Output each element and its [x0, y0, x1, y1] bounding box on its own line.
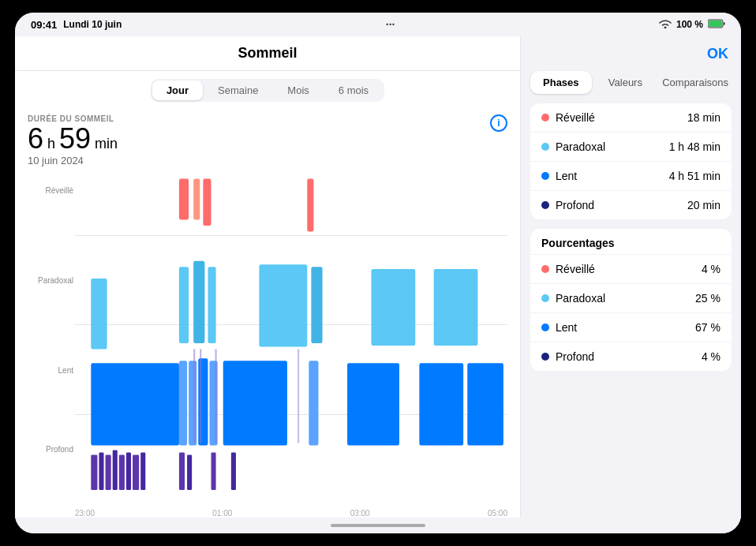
sleep-date: 10 juin 2024	[28, 155, 507, 166]
stat-row-profond: Profond 20 min	[530, 190, 732, 219]
lent-block-6	[223, 361, 287, 445]
lent-block-3	[189, 361, 196, 445]
stat-row-lent: Lent 4 h 51 min	[530, 161, 732, 190]
stat-value-reveille: 18 min	[687, 111, 720, 124]
phases-section: Réveillé 18 min Paradoxal 1 h 48 min Len…	[530, 103, 732, 219]
awake-block-1	[179, 178, 189, 219]
pct-value-profond: 4 %	[702, 350, 720, 363]
ok-button[interactable]: OK	[707, 46, 728, 62]
tab-mois[interactable]: Mois	[273, 80, 323, 100]
lent-block-1	[91, 363, 179, 445]
pct-name-lent: Lent	[556, 321, 695, 334]
tab-semaine[interactable]: Semaine	[204, 80, 272, 100]
sleep-hours: 6	[28, 122, 43, 155]
profond-block-3	[106, 454, 111, 490]
stat-name-paradoxal: Paradoxal	[556, 140, 669, 153]
pct-name-profond: Profond	[556, 350, 702, 363]
paradoxal-block-8	[434, 269, 478, 346]
svg-rect-3	[193, 349, 195, 443]
pct-row-paradoxal: Paradoxal 25 %	[530, 283, 732, 312]
profond-block-11	[211, 452, 216, 490]
svg-rect-6	[298, 349, 299, 443]
home-indicator	[15, 518, 741, 533]
tab-jour[interactable]: Jour	[152, 80, 203, 100]
profond-block-1	[91, 454, 97, 490]
status-time: 09:41	[31, 19, 57, 31]
tab-comparaisons[interactable]: Comparaisons	[659, 71, 732, 94]
stat-name-profond: Profond	[556, 199, 687, 211]
pct-dot-paradoxal	[541, 294, 549, 302]
profond-block-4	[113, 450, 118, 490]
home-bar	[331, 524, 425, 527]
pct-dot-lent	[541, 323, 549, 331]
stage-label-paradoxal: Paradoxal	[28, 276, 73, 285]
tab-6mois[interactable]: 6 mois	[324, 80, 383, 100]
pct-dot-reveille	[541, 265, 549, 273]
awake-block-2	[193, 178, 200, 219]
paradoxal-block-5	[259, 264, 307, 346]
stat-row-reveille: Réveillé 18 min	[530, 103, 732, 132]
stat-name-reveille: Réveillé	[556, 111, 687, 124]
lent-block-4	[198, 358, 208, 445]
time-label-05: 05:00	[488, 509, 507, 518]
lent-block-9	[419, 363, 463, 445]
right-header: OK	[521, 36, 741, 71]
pct-row-lent: Lent 67 %	[530, 312, 732, 342]
battery-percent: 100 %	[676, 19, 703, 30]
app-title-bar: Sommeil	[15, 36, 520, 71]
profond-block-2	[99, 452, 103, 490]
stage-label-lent: Lent	[28, 366, 73, 375]
chart-area: DURÉE DU SOMMEIL 6 h 59 min 10 juin 2024…	[15, 108, 520, 518]
pct-row-profond: Profond 4 %	[530, 342, 732, 371]
pourcentages-section: Pourcentages Réveillé 4 % Paradoxal 25 %…	[530, 229, 732, 371]
wifi-icon	[659, 19, 672, 31]
tab-valeurs[interactable]: Valeurs	[595, 71, 657, 94]
time-label-23: 23:00	[75, 509, 95, 518]
sleep-chart-svg	[75, 173, 507, 502]
paradoxal-block-7	[371, 269, 415, 346]
profond-block-7	[133, 454, 139, 490]
status-right: 100 %	[659, 19, 725, 31]
svg-rect-4	[200, 349, 201, 443]
awake-block-3	[203, 178, 211, 226]
pct-value-reveille: 4 %	[702, 263, 720, 275]
awake-block-4	[307, 178, 313, 231]
period-selector: Jour Semaine Mois 6 mois	[15, 71, 520, 108]
lent-block-2	[179, 361, 187, 445]
paradoxal-block-3	[193, 261, 204, 343]
sleep-minutes: 59	[59, 122, 91, 155]
period-tabs: Jour Semaine Mois 6 mois	[151, 79, 384, 102]
paradoxal-block-6	[311, 267, 322, 343]
sleep-duration-label: DURÉE DU SOMMEIL	[28, 114, 507, 123]
stat-value-lent: 4 h 51 min	[669, 170, 720, 182]
stat-value-profond: 20 min	[687, 199, 720, 211]
lent-block-8	[347, 363, 399, 445]
device-frame: 09:41 Lundi 10 juin ··· 100 % Sommeil	[15, 13, 741, 533]
profond-block-5	[119, 454, 125, 490]
stat-row-paradoxal: Paradoxal 1 h 48 min	[530, 132, 732, 161]
left-panel: Sommeil Jour Semaine Mois 6 mois DURÉE D…	[15, 36, 520, 518]
main-content: Sommeil Jour Semaine Mois 6 mois DURÉE D…	[15, 36, 741, 518]
pct-row-reveille: Réveillé 4 %	[530, 254, 732, 283]
stage-label-profond: Profond	[28, 445, 73, 454]
dot-lent	[541, 172, 549, 180]
time-axis: 23:00 01:00 03:00 05:00	[75, 502, 507, 518]
battery-icon	[708, 19, 725, 31]
stat-name-lent: Lent	[556, 170, 669, 182]
paradoxal-block-1	[91, 279, 107, 349]
time-label-03: 03:00	[350, 509, 370, 518]
svg-rect-2	[709, 21, 722, 27]
sleep-duration-value: 6 h 59 min	[28, 125, 507, 153]
ellipsis-icon: ···	[386, 18, 395, 31]
dot-reveille	[541, 114, 549, 122]
info-icon[interactable]: i	[490, 114, 507, 132]
profond-block-12	[231, 452, 236, 490]
stage-label-reveille: Réveillé	[28, 186, 73, 195]
chart-canvas	[75, 173, 507, 502]
tab-phases[interactable]: Phases	[530, 71, 592, 94]
stage-chart: Réveillé Paradoxal Lent Profond	[28, 173, 507, 518]
pct-name-reveille: Réveillé	[556, 263, 702, 275]
right-panel: OK Phases Valeurs Comparaisons Réveillé …	[520, 36, 741, 518]
profond-block-8	[140, 452, 145, 490]
pct-value-lent: 67 %	[695, 321, 720, 334]
